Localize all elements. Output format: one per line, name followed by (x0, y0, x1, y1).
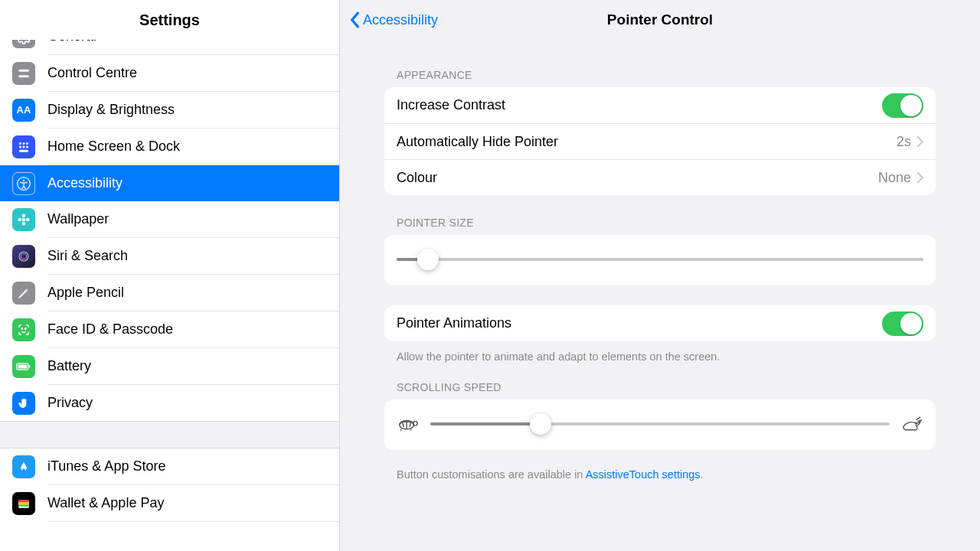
row-label: Pointer Animations (397, 315, 882, 331)
svg-point-7 (23, 145, 25, 148)
sidebar-item-home-screen-dock[interactable]: Home Screen & Dock (0, 129, 339, 165)
row-auto-hide-pointer[interactable]: Automatically Hide Pointer 2s (384, 123, 936, 159)
pointer-size-card (384, 235, 936, 285)
settings-sidebar: Settings General Control Centre (0, 0, 340, 551)
svg-point-16 (26, 217, 30, 221)
increase-contrast-toggle[interactable] (882, 93, 923, 118)
appearance-header: APPEARANCE (384, 47, 936, 87)
siri-icon (12, 245, 35, 268)
hare-icon (900, 416, 923, 432)
sidebar-item-apple-pencil[interactable]: Apple Pencil (0, 275, 339, 311)
svg-point-13 (22, 214, 26, 217)
sidebar-item-wallet-apple-pay[interactable]: Wallet & Apple Pay (0, 485, 339, 521)
row-label: Increase Contrast (397, 97, 882, 113)
svg-point-12 (22, 217, 26, 221)
flower-icon (12, 208, 35, 231)
sidebar-item-face-id-passcode[interactable]: Face ID & Passcode (0, 311, 339, 347)
appearance-card: Increase Contrast Automatically Hide Poi… (384, 87, 936, 195)
chevron-right-icon (917, 172, 923, 183)
sidebar-item-label: iTunes & App Store (47, 458, 339, 474)
sidebar-list[interactable]: General Control Centre AA Display & Brig… (0, 40, 339, 551)
svg-point-14 (22, 222, 26, 226)
sidebar-item-battery[interactable]: Battery (0, 348, 339, 384)
accessibility-icon (12, 172, 35, 195)
svg-point-5 (26, 142, 28, 145)
sidebar-item-label: Wallet & Apple Pay (47, 495, 339, 511)
row-increase-contrast[interactable]: Increase Contrast (384, 87, 936, 123)
sidebar-item-privacy[interactable]: Privacy (0, 385, 339, 421)
detail-pane: Accessibility Pointer Control APPEARANCE… (340, 0, 980, 551)
row-value: 2s (897, 134, 911, 150)
switches-icon (12, 62, 35, 85)
svg-point-19 (21, 328, 23, 329)
svg-rect-9 (19, 149, 28, 152)
gear-icon (12, 40, 35, 48)
sidebar-item-display-brightness[interactable]: AA Display & Brightness (0, 92, 339, 128)
pointer-animations-toggle[interactable] (882, 311, 923, 336)
back-button[interactable]: Accessibility (349, 11, 438, 28)
svg-rect-26 (18, 502, 29, 504)
wallet-icon (12, 492, 35, 515)
app-store-icon (12, 455, 35, 478)
text-size-icon: AA (12, 99, 35, 122)
svg-point-18 (21, 253, 27, 259)
svg-point-11 (23, 179, 25, 181)
row-value: None (878, 170, 911, 186)
sidebar-item-label: Privacy (47, 395, 339, 411)
row-colour[interactable]: Colour None (384, 159, 936, 195)
svg-point-15 (18, 217, 22, 221)
svg-rect-27 (18, 504, 29, 506)
sidebar-item-wallpaper[interactable]: Wallpaper (0, 201, 339, 237)
sidebar-item-label: Apple Pencil (47, 285, 339, 301)
svg-rect-23 (29, 365, 31, 367)
svg-point-6 (19, 145, 21, 148)
svg-rect-22 (18, 364, 28, 368)
row-label: Colour (397, 170, 878, 186)
grid-icon (12, 135, 35, 158)
svg-point-30 (916, 423, 917, 425)
sidebar-item-label: Wallpaper (47, 211, 339, 227)
svg-point-4 (23, 142, 25, 145)
sidebar-item-accessibility[interactable]: Accessibility (0, 165, 339, 201)
pointer-animations-note: Allow the pointer to animate and adapt t… (384, 341, 936, 364)
row-pointer-animations[interactable]: Pointer Animations (384, 305, 936, 341)
scrolling-speed-slider[interactable] (430, 413, 890, 435)
svg-rect-1 (18, 69, 29, 71)
page-title: Pointer Control (607, 11, 713, 28)
sidebar-title: Settings (0, 0, 339, 40)
row-label: Automatically Hide Pointer (397, 134, 897, 150)
pointer-size-slider[interactable] (397, 249, 923, 270)
chevron-left-icon (349, 11, 360, 28)
footer-suffix: . (701, 468, 704, 481)
footer-note: Button customisations are available in A… (384, 450, 936, 482)
detail-header: Accessibility Pointer Control (340, 0, 980, 40)
battery-icon (12, 355, 35, 378)
svg-rect-25 (18, 500, 29, 502)
assistivetouch-settings-link[interactable]: AssistiveTouch settings (586, 468, 701, 481)
sidebar-item-label: Home Screen & Dock (47, 139, 339, 155)
sidebar-item-label: Display & Brightness (47, 102, 339, 118)
tortoise-icon (397, 416, 420, 432)
sidebar-item-general[interactable]: General (0, 40, 339, 54)
svg-rect-2 (18, 75, 29, 77)
sidebar-item-itunes-app-store[interactable]: iTunes & App Store (0, 448, 339, 484)
pencil-icon (12, 282, 35, 305)
svg-point-20 (25, 328, 27, 329)
sidebar-item-label: Face ID & Passcode (47, 321, 339, 337)
hand-icon (12, 392, 35, 415)
sidebar-item-label: Battery (47, 358, 339, 374)
chevron-right-icon (917, 136, 923, 147)
face-id-icon (12, 318, 35, 341)
svg-point-8 (26, 145, 28, 148)
sidebar-item-label: Accessibility (47, 175, 339, 191)
pointer-animations-card: Pointer Animations (384, 305, 936, 341)
back-label: Accessibility (363, 12, 438, 28)
scrolling-speed-header: SCROLLING SPEED (384, 364, 936, 399)
sidebar-item-label: Control Centre (47, 65, 339, 81)
svg-point-3 (19, 142, 21, 145)
sidebar-item-control-centre[interactable]: Control Centre (0, 55, 339, 91)
sidebar-item-label: Siri & Search (47, 248, 339, 264)
sidebar-item-siri-search[interactable]: Siri & Search (0, 238, 339, 274)
scrolling-speed-card (384, 399, 936, 450)
footer-prefix: Button customisations are available in (397, 468, 586, 481)
